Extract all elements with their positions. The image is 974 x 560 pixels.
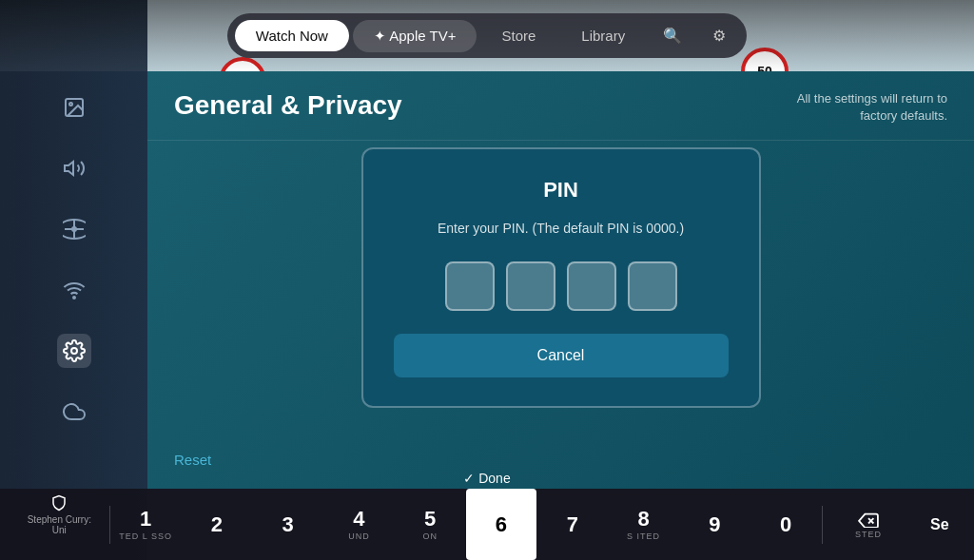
nav-pill: Watch Now ✦ Apple TV+ Store Library 🔍 ⚙ <box>227 13 747 58</box>
numpad-item-se[interactable]: Se <box>915 489 964 560</box>
numpad-item-curry[interactable]: Stephen Curry: Uni <box>10 489 109 560</box>
pin-dialog: PIN Enter your PIN. (The default PIN is … <box>361 147 761 408</box>
numpad-digit-7: 7 <box>567 514 578 535</box>
done-indicator: ✓ Done <box>463 471 510 486</box>
numpad-item-6[interactable]: 6 <box>466 489 537 560</box>
numpad-digit-0: 0 <box>780 514 791 535</box>
numpad-item-1[interactable]: 1 Ted L sso <box>110 489 182 560</box>
numpad-item-3[interactable]: 3 <box>252 489 323 560</box>
numpad-item-0[interactable]: 0 <box>750 489 822 560</box>
pin-dialog-title: PIN <box>543 178 578 203</box>
settings-panel: General & Privacy All the settings will … <box>147 71 974 489</box>
nav-apple-tv[interactable]: ✦ Apple TV+ <box>353 20 477 52</box>
numpad-item-9[interactable]: 9 <box>679 489 750 560</box>
svg-point-6 <box>73 297 75 299</box>
sidebar <box>0 71 147 560</box>
sidebar-icon-image[interactable] <box>57 90 91 125</box>
sidebar-icon-audio[interactable] <box>57 151 91 185</box>
svg-marker-2 <box>65 162 73 175</box>
backspace-icon <box>858 511 879 528</box>
sidebar-icon-wireless[interactable] <box>57 273 91 307</box>
numpad-item-5[interactable]: 5 on <box>395 489 466 560</box>
numpad-digit-8: 8 <box>637 509 649 530</box>
settings-header: General & Privacy All the settings will … <box>147 71 974 141</box>
numpad-sub-5: on <box>422 531 438 541</box>
numpad-item-delete[interactable]: sted <box>823 489 915 560</box>
numpad-sub-delete: sted <box>855 530 882 539</box>
pin-box-3[interactable] <box>567 261 616 311</box>
top-navigation: Watch Now ✦ Apple TV+ Store Library 🔍 ⚙ <box>0 0 974 71</box>
numpad-digit-1: 1 <box>140 509 151 530</box>
shield-badge-icon <box>50 494 68 512</box>
numpad-item-4[interactable]: 4 und <box>323 489 395 560</box>
numpad-sub-1: Ted L sso <box>119 531 172 541</box>
nav-library[interactable]: Library <box>560 20 646 51</box>
bottom-numpad-bar: Stephen Curry: Uni 1 Ted L sso 2 3 4 und <box>0 489 974 560</box>
numpad-digit-5: 5 <box>424 509 436 530</box>
sidebar-icon-cloud[interactable] <box>57 395 91 429</box>
numpad-digit-9: 9 <box>709 514 720 535</box>
pin-box-1[interactable] <box>445 261 495 311</box>
numpad-item-7[interactable]: 7 <box>536 489 608 560</box>
numpad-digit-6: 6 <box>496 514 507 535</box>
svg-point-1 <box>69 103 72 106</box>
pin-box-2[interactable] <box>506 261 555 311</box>
cancel-button[interactable]: Cancel <box>394 334 729 377</box>
nav-store[interactable]: Store <box>480 20 556 51</box>
numpad-sub-8: S ited <box>627 531 660 541</box>
numpad-sub-4: und <box>348 531 370 541</box>
numpad: Stephen Curry: Uni 1 Ted L sso 2 3 4 und <box>0 489 974 560</box>
numpad-digit-2: 2 <box>211 514 223 535</box>
nav-watch-now[interactable]: Watch Now <box>235 20 349 51</box>
numpad-digit-3: 3 <box>282 514 294 535</box>
numpad-item-2[interactable]: 2 <box>181 489 252 560</box>
pin-boxes-container <box>445 261 677 311</box>
svg-point-7 <box>71 348 77 354</box>
numpad-se-label: Se <box>930 517 949 532</box>
pin-instruction: Enter your PIN. (The default PIN is 0000… <box>438 220 684 239</box>
numpad-digit-4: 4 <box>353 509 364 530</box>
search-icon[interactable]: 🔍 <box>650 19 695 52</box>
pin-box-4[interactable] <box>628 261 677 311</box>
sidebar-icon-settings-active[interactable] <box>57 334 91 368</box>
reset-link[interactable]: Reset <box>174 452 211 468</box>
sidebar-icon-network[interactable] <box>57 212 91 246</box>
numpad-item-8[interactable]: 8 S ited <box>608 489 679 560</box>
settings-icon[interactable]: ⚙ <box>699 19 739 52</box>
settings-hint: All the settings will return to factory … <box>776 90 947 125</box>
settings-title: General & Privacy <box>174 90 402 121</box>
